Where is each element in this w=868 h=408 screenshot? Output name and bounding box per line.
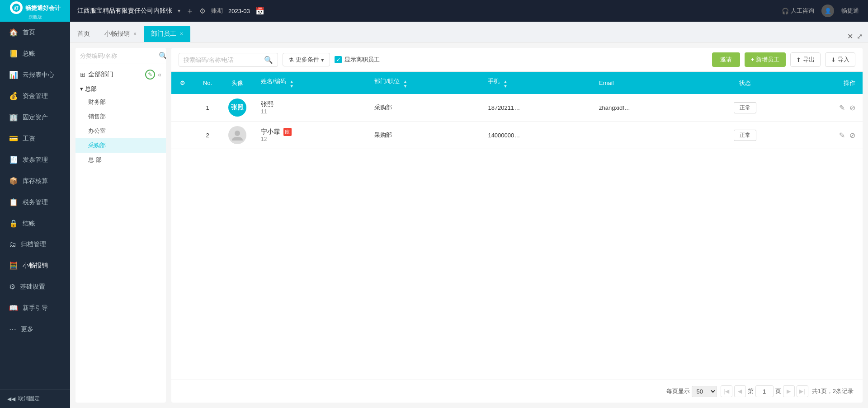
dept-tree: ⊞ 全部部门 ✎ « ▾ 总部 财务部 销售部 办公室 采购部 总 部 (75, 64, 166, 403)
prev-page-button[interactable]: ◀ (734, 385, 746, 397)
export-button[interactable]: ⬆ 导出 (790, 52, 821, 67)
col-action: 操作 (789, 72, 863, 94)
sidebar-item-expense[interactable]: 🧮 小畅报销 (0, 255, 70, 276)
invite-button[interactable]: 邀请 (712, 52, 740, 67)
col-name-code[interactable]: 姓名/编码 ▲▼ (254, 72, 367, 94)
toolbar: 🔍 ⚗ 更多条件 ▾ ✓ 显示离职员工 邀请 + 新增员工 (171, 48, 863, 72)
period-label: 账期 (211, 7, 223, 15)
dept-search-icon[interactable]: 🔍 (159, 52, 166, 60)
filter-button[interactable]: ⚗ 更多条件 ▾ (283, 53, 330, 66)
col-settings-icon[interactable]: ⚙ (180, 80, 185, 86)
next-page-button[interactable]: ▶ (783, 385, 795, 397)
add-employee-button[interactable]: + 新增员工 (745, 52, 786, 67)
sidebar-item-more[interactable]: ⋯ 更多 (0, 319, 70, 340)
calendar-icon[interactable]: 📅 (255, 7, 264, 15)
dept-group-headquarters[interactable]: ▾ 总部 (75, 83, 166, 95)
settings-nav-icon: ⚙ (9, 282, 15, 291)
sidebar-label-assets: 固定资产 (23, 113, 48, 122)
sidebar-label-settings: 基础设置 (20, 283, 45, 291)
sidebar-item-salary[interactable]: 💳 工资 (0, 128, 70, 149)
settings-icon[interactable]: ⚙ (199, 7, 206, 15)
filter-chevron-icon: ▾ (321, 56, 324, 63)
remind-badge: 应 (283, 128, 292, 136)
service-label: 人工咨询 (791, 7, 814, 15)
sidebar-label-guide: 新手引导 (23, 304, 48, 312)
add-company-button[interactable]: ＋ (186, 7, 194, 15)
add-dept-button[interactable]: ✎ (145, 70, 155, 80)
row-name-code: 张熙 11 (254, 94, 367, 122)
avatar (228, 126, 246, 144)
sidebar-item-inventory[interactable]: 📦 库存核算 (0, 170, 70, 192)
page-size-select: 每页显示 50 10 20 100 (666, 386, 717, 397)
sidebar-item-invoice[interactable]: 🧾 发票管理 (0, 149, 70, 170)
edit-employee-button[interactable]: ✎ (839, 131, 845, 140)
sidebar-label-salary: 工资 (23, 135, 35, 143)
funds-icon: 💰 (9, 92, 18, 100)
row-status: 正常 (701, 122, 789, 149)
col-phone[interactable]: 手机 ▲▼ (481, 72, 592, 94)
sidebar-item-settings[interactable]: ⚙ 基础设置 (0, 276, 70, 297)
show-resigned-label: 显示离职员工 (344, 56, 380, 64)
svg-point-2 (235, 131, 240, 136)
tab-employees[interactable]: 部门员工 × (144, 26, 190, 42)
employee-search-input[interactable] (184, 56, 261, 63)
pin-toggle[interactable]: ◀◀ 取消固定 (0, 389, 70, 408)
sidebar-item-reports[interactable]: 📊 云报表中心 (0, 64, 70, 85)
tax-icon: 📋 (9, 198, 18, 206)
dept-item-sales[interactable]: 销售部 (75, 109, 166, 124)
all-departments[interactable]: ⊞ 全部部门 ✎ « (75, 66, 166, 83)
phone-sort-icon: ▲▼ (503, 80, 508, 89)
sidebar-item-home[interactable]: 🏠 首页 (0, 22, 70, 43)
employee-name: 宁小霏 (261, 128, 280, 135)
row-phone: 14000000… (481, 122, 592, 149)
col-email: Email (592, 72, 700, 94)
tab-expense[interactable]: 小畅报销 × (97, 26, 144, 42)
sidebar-item-archive[interactable]: 🗂 归档管理 (0, 234, 70, 255)
dept-search-input[interactable] (80, 52, 156, 59)
period-value: 2023-03 (228, 8, 250, 14)
tab-employees-label: 部门员工 (151, 30, 176, 38)
last-page-button[interactable]: ▶| (797, 385, 808, 397)
table-row: 2 宁小霏 应 12 采购部 14000000… 正常 ✎ ⊘ (171, 122, 863, 149)
import-button[interactable]: ⬇ 导入 (825, 52, 855, 67)
dept-item-finance[interactable]: 财务部 (75, 95, 166, 109)
sidebar-item-funds[interactable]: 💰 资金管理 (0, 85, 70, 107)
search-icon[interactable]: 🔍 (264, 56, 273, 64)
delete-employee-button[interactable]: ⊘ (849, 131, 855, 140)
sidebar-item-assets[interactable]: 🏢 固定资产 (0, 107, 70, 128)
service-button[interactable]: 🎧 人工咨询 (782, 7, 814, 15)
col-dept-position[interactable]: 部门/职位 ▲▼ (367, 72, 481, 94)
sidebar-item-close[interactable]: 🔒 结账 (0, 213, 70, 234)
expand-tab-button[interactable]: ⤢ (857, 33, 863, 40)
company-dropdown-icon[interactable]: ▾ (178, 8, 180, 14)
sidebar-label-ledger: 总账 (23, 50, 35, 58)
dept-item-purchase[interactable]: 采购部 (75, 138, 166, 153)
status-badge: 正常 (734, 102, 756, 113)
tab-home[interactable]: 首页 (70, 26, 97, 42)
home-icon: 🏠 (9, 28, 18, 37)
export-label: 导出 (803, 56, 815, 64)
collapse-button[interactable]: « (158, 71, 161, 78)
delete-employee-button[interactable]: ⊘ (849, 103, 855, 112)
per-page-dropdown[interactable]: 50 10 20 100 (692, 386, 717, 397)
tab-expense-close[interactable]: × (133, 31, 137, 37)
page-number-input[interactable] (755, 385, 774, 397)
dept-item-office[interactable]: 办公室 (75, 124, 166, 138)
sidebar-label-funds: 资金管理 (23, 92, 48, 100)
show-resigned-checkbox[interactable]: ✓ (335, 56, 342, 63)
row-name-code: 宁小霏 应 12 (254, 122, 367, 149)
sidebar-item-tax[interactable]: 📋 税务管理 (0, 192, 70, 213)
close-tab-button[interactable]: ✕ (847, 33, 853, 40)
pin-label: 取消固定 (18, 395, 40, 403)
user-name[interactable]: 畅捷通 (841, 7, 859, 15)
first-page-button[interactable]: |◀ (721, 385, 732, 397)
dept-item-general[interactable]: 总 部 (75, 153, 166, 167)
row-dept: 采购部 (367, 122, 481, 149)
page-nav: |◀ ◀ 第 页 ▶ ▶| (721, 385, 808, 397)
row-email: zhangxidf… (592, 94, 700, 122)
main-panel: 🔍 ⚗ 更多条件 ▾ ✓ 显示离职员工 邀请 + 新增员工 (171, 48, 863, 403)
tab-employees-close[interactable]: × (180, 31, 183, 37)
edit-employee-button[interactable]: ✎ (839, 103, 845, 112)
sidebar-item-ledger[interactable]: 📒 总账 (0, 43, 70, 64)
sidebar-item-guide[interactable]: 📖 新手引导 (0, 297, 70, 319)
